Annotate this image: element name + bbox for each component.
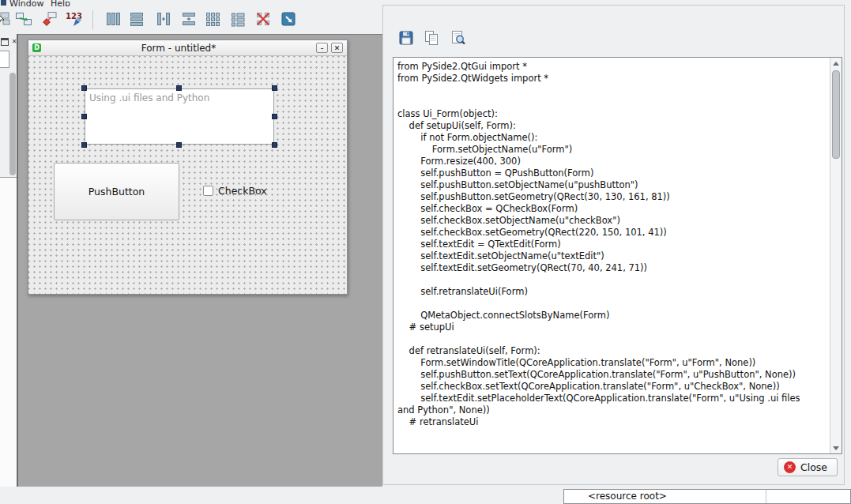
code-line: self.pushButton = QPushButton(Form) xyxy=(397,167,828,179)
arrow-down-icon xyxy=(833,446,839,450)
code-line: Form.resize(400, 300) xyxy=(397,156,828,167)
form-window-icon: D xyxy=(32,43,41,52)
selection-handle[interactable] xyxy=(81,142,87,148)
selection-handle[interactable] xyxy=(176,85,182,91)
menubar: Window Help xyxy=(0,0,382,6)
resource-browser: <resource root> xyxy=(563,489,851,504)
selection-handle[interactable] xyxy=(272,114,277,119)
lay-out-form-button[interactable] xyxy=(228,9,248,29)
find-button[interactable] xyxy=(448,28,469,48)
code-line: Form.setObjectName(u"Form") xyxy=(397,144,828,156)
code-view[interactable]: from PySide2.QtGui import *from PySide2.… xyxy=(393,57,842,454)
lay-out-vertically-button[interactable] xyxy=(103,9,123,29)
selection-handle[interactable] xyxy=(81,85,87,91)
lay-out-vertically-splitter-button[interactable] xyxy=(179,9,199,29)
menu-window[interactable]: Window xyxy=(9,0,43,6)
code-line: from PySide2.QtWidgets import * xyxy=(397,73,828,85)
edit-widgets-button[interactable] xyxy=(0,9,13,29)
selection-handle[interactable] xyxy=(176,142,182,148)
resource-root-item[interactable]: <resource root> xyxy=(564,490,850,503)
close-circle-icon: ✕ xyxy=(784,461,796,473)
code-line: # setupUi xyxy=(397,322,828,333)
splitter-vertical-icon xyxy=(180,10,198,28)
code-line: if not Form.objectName(): xyxy=(397,132,828,144)
code-line xyxy=(397,96,828,108)
edit-signals-slots-icon xyxy=(14,9,33,28)
lay-out-vertically-icon xyxy=(104,10,122,28)
edit-widgets-icon xyxy=(0,9,12,28)
code-line: QMetaObject.connectSlotsByName(Form) xyxy=(397,310,828,322)
qt-designer-window: Window Help xyxy=(0,0,851,504)
code-line: self.textEdit = QTextEdit(Form) xyxy=(397,239,828,250)
arrow-up-icon xyxy=(833,62,839,66)
code-line xyxy=(397,333,828,345)
checkbox-widget[interactable]: CheckBox xyxy=(203,185,267,197)
grid-layout-icon xyxy=(204,10,221,28)
code-line: def retranslateUi(self, Form): xyxy=(397,345,828,357)
selection-handle[interactable] xyxy=(272,142,277,148)
menu-help[interactable]: Help xyxy=(51,0,70,6)
code-line: def setupUi(self, Form): xyxy=(397,120,828,132)
dock-float-icon[interactable] xyxy=(1,38,9,46)
checkbox-indicator[interactable] xyxy=(203,186,213,196)
code-line: class Ui_Form(object): xyxy=(397,108,828,120)
break-layout-button[interactable] xyxy=(253,9,273,29)
copy-button[interactable] xyxy=(421,28,442,48)
splitter-horizontal-icon xyxy=(155,10,172,28)
edit-tab-order-icon: 123 xyxy=(64,9,85,29)
code-line: self.pushButton.setGeometry(QRect(30, 13… xyxy=(397,191,828,203)
copy-icon xyxy=(423,29,440,47)
code-line: self.pushButton.setText(QCoreApplication… xyxy=(397,369,828,381)
code-line xyxy=(397,298,828,310)
form-editor-window: D Form - untitled* - ✕ Using .ui files a… xyxy=(28,39,348,295)
code-line: self.retranslateUi(Form) xyxy=(397,286,828,298)
break-layout-icon xyxy=(254,10,272,28)
lay-out-horizontally-button[interactable] xyxy=(126,9,147,29)
dock-scrollbar[interactable] xyxy=(9,73,16,175)
form-close-button[interactable]: ✕ xyxy=(331,43,343,53)
form-minimize-button[interactable]: - xyxy=(316,43,328,53)
code-line: self.checkBox.setText(QCoreApplication.t… xyxy=(397,381,828,393)
code-line xyxy=(397,85,828,96)
save-icon xyxy=(397,29,415,47)
close-button-label: Close xyxy=(800,461,827,473)
find-icon xyxy=(450,29,467,47)
code-line xyxy=(397,274,828,286)
edit-signals-slots-button[interactable] xyxy=(13,9,34,29)
menubar-icon-fragment xyxy=(1,0,6,6)
code-line: self.textEdit.setGeometry(QRect(70, 40, … xyxy=(397,262,828,274)
widgetbox-filter-input[interactable] xyxy=(0,51,9,68)
lay-out-grid-button[interactable] xyxy=(202,9,223,29)
edit-buddies-button[interactable] xyxy=(39,9,59,29)
code-line: Form.setWindowTitle(QCoreApplication.tra… xyxy=(397,357,828,369)
form-canvas[interactable]: Using .ui files and Python PushButton Ch… xyxy=(28,56,347,294)
scroll-up-button[interactable] xyxy=(830,58,842,69)
code-text: from PySide2.QtGui import *from PySide2.… xyxy=(397,61,828,453)
code-line: self.textEdit.setPlaceholderText(QCoreAp… xyxy=(397,393,828,404)
selection-handle[interactable] xyxy=(81,114,87,119)
scroll-down-button[interactable] xyxy=(830,442,842,453)
form-window-titlebar[interactable]: D Form - untitled* - ✕ xyxy=(28,40,347,56)
code-preview-dialog: from PySide2.QtGui import *from PySide2.… xyxy=(382,5,845,485)
lay-out-horizontally-splitter-button[interactable] xyxy=(153,9,174,29)
code-line: self.checkBox.setGeometry(QRect(220, 150… xyxy=(397,227,828,239)
selection-handle[interactable] xyxy=(272,85,277,91)
widgetbox-list-fragment xyxy=(0,177,17,487)
textedit-widget[interactable]: Using .ui files and Python xyxy=(85,88,274,145)
resource-column-divider xyxy=(766,490,766,503)
adjust-size-button[interactable] xyxy=(278,9,299,29)
edit-tab-order-button[interactable]: 123 xyxy=(64,9,85,29)
code-line: self.checkBox = QCheckBox(Form) xyxy=(397,203,828,215)
code-line: from PySide2.QtGui import * xyxy=(397,61,828,73)
edit-buddies-icon xyxy=(40,9,58,28)
pushbutton-widget[interactable]: PushButton xyxy=(54,163,179,220)
adjust-size-icon xyxy=(280,10,297,28)
scrollbar-thumb[interactable] xyxy=(832,70,840,159)
close-button[interactable]: ✕ Close xyxy=(778,458,838,476)
checkbox-label: CheckBox xyxy=(218,185,267,197)
code-line: # retranslateUi xyxy=(397,416,828,428)
code-line: self.checkBox.setObjectName(u"checkBox") xyxy=(397,215,828,227)
form-layout-icon xyxy=(229,10,247,28)
code-scrollbar[interactable] xyxy=(830,58,842,453)
save-button[interactable] xyxy=(396,28,416,48)
